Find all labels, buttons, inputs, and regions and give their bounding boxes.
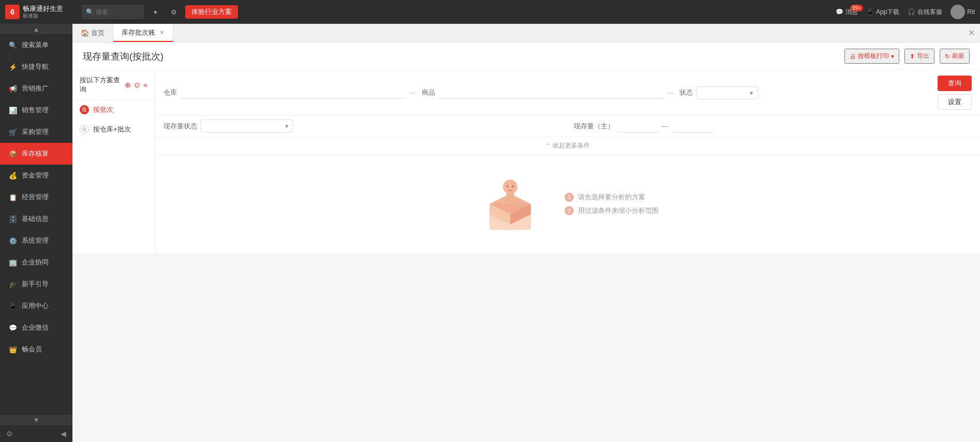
empty-state-content: 1 请先选择要分析的方案 2 用过滤条件来缩小分析范围 <box>477 175 659 232</box>
basic-icon: 🗄️ <box>8 214 18 224</box>
print-template-btn[interactable]: 🖨 按模板打印 ▾ <box>844 49 899 64</box>
sidebar-item-enterprise[interactable]: 🏢 企业协同 <box>0 252 72 273</box>
wechat-icon: 💬 <box>8 323 18 332</box>
search-input[interactable] <box>96 8 137 16</box>
page-title: 现存量查询(按批次) <box>83 50 164 63</box>
empty-step-2: 2 用过滤条件来缩小分析范围 <box>565 206 659 215</box>
tab-inventory-batch[interactable]: 库存批次账 ✕ <box>113 24 173 42</box>
scheme-by-warehouse-batch-label: 按仓库+批次 <box>93 125 131 134</box>
svg-rect-5 <box>506 193 514 202</box>
header-gear-btn[interactable]: ⚙ <box>167 5 181 19</box>
app-download-btn[interactable]: 📱 App下载 <box>866 8 899 17</box>
sidebar-label-member: 畅会员 <box>22 345 42 354</box>
svg-point-4 <box>503 180 517 194</box>
sidebar-item-operations[interactable]: 📋 经营管理 <box>0 186 72 208</box>
scheme-header: 按以下方案查询 ⊕ ⊙ « <box>72 70 155 100</box>
export-label: 导出 <box>917 52 929 61</box>
search-icon: 🔍 <box>86 8 94 16</box>
page-content: 现存量查询(按批次) 🖨 按模板打印 ▾ ⬆ 导出 ↻ 刷新 <box>72 42 980 442</box>
product-dots[interactable]: ··· <box>667 89 674 97</box>
sidebar-item-purchase[interactable]: 🛒 采购管理 <box>0 121 72 143</box>
sidebar-label-wechat: 企业微信 <box>22 323 49 332</box>
scheme-inactive-icon: 仓 <box>80 125 89 134</box>
inventory-status-label: 现存量状态 <box>164 122 197 131</box>
sidebar-item-finance[interactable]: 💰 资金管理 <box>0 165 72 186</box>
sidebar-item-inventory[interactable]: 📦 库存核算 <box>0 143 72 165</box>
tab-bar: 🏠 首页 库存批次账 ✕ ✕ <box>72 24 980 42</box>
scheme-collapse-btn[interactable]: « <box>143 81 147 89</box>
sales-icon: 📊 <box>8 106 18 115</box>
phone-icon: 📱 <box>866 8 874 16</box>
sidebar-item-newbie[interactable]: 🎓 新手引导 <box>0 273 72 295</box>
sidebar-item-system[interactable]: ⚙️ 系统管理 <box>0 230 72 252</box>
inventory-qty-field: 现存量（主） — <box>574 120 972 132</box>
messages-btn[interactable]: 💬 消息 99+ <box>836 8 858 17</box>
sidebar-label-inventory: 库存核算 <box>22 149 49 158</box>
sidebar-item-wechat[interactable]: 💬 企业微信 <box>0 317 72 338</box>
sidebar-item-marketing[interactable]: 📢 营销推广 <box>0 78 72 99</box>
inventory-qty-label: 现存量（主） <box>574 122 614 131</box>
finance-icon: 💰 <box>8 171 18 180</box>
scheme-setting-btn[interactable]: ⊙ <box>134 81 140 89</box>
product-input[interactable] <box>438 86 664 99</box>
scheme-item-by-warehouse-batch[interactable]: 仓 按仓库+批次 <box>72 120 155 139</box>
experience-btn[interactable]: 体验行业方案 <box>185 5 238 19</box>
scheme-by-batch-label: 按批次 <box>93 105 113 114</box>
query-btn[interactable]: 查询 <box>938 76 972 91</box>
sidebar-item-basic[interactable]: 🗄️ 基础信息 <box>0 208 72 230</box>
tab-close-btn[interactable]: ✕ <box>159 30 165 36</box>
svg-point-7 <box>512 185 514 187</box>
sidebar-scroll-down[interactable]: ▼ <box>0 415 72 425</box>
export-btn[interactable]: ⬆ 导出 <box>904 49 934 64</box>
content-area: 🏠 首页 库存批次账 ✕ ✕ 现存量查询(按批次) 🖨 按模板打印 ▾ <box>72 24 980 442</box>
tab-home[interactable]: 🏠 首页 <box>72 24 113 42</box>
inventory-qty-max[interactable] <box>672 120 713 132</box>
product-label: 商品 <box>422 88 435 97</box>
scheme-item-by-batch[interactable]: 批 按批次 <box>72 100 155 120</box>
warehouse-dots[interactable]: ··· <box>409 89 415 97</box>
sidebar-item-member[interactable]: 👑 畅会员 <box>0 338 72 360</box>
empty-illustration <box>477 175 544 232</box>
sidebar: ▲ 🔍 搜索菜单 ⚡ 快捷导航 📢 营销推广 📊 销售管理 🛒 采购管理 <box>0 24 72 442</box>
customer-service-btn[interactable]: 🎧 在线客服 <box>908 8 942 17</box>
status-select[interactable]: ▾ <box>696 86 758 99</box>
shortcut-icon: ⚡ <box>8 62 18 71</box>
header-dropdown-btn[interactable]: ▾ <box>148 5 162 19</box>
inventory-qty-min[interactable] <box>617 120 659 132</box>
refresh-btn[interactable]: ↻ 刷新 <box>940 49 970 64</box>
home-icon: 🏠 <box>81 29 89 37</box>
sidebar-collapse-icon[interactable]: ◀ <box>61 430 66 438</box>
refresh-label: 刷新 <box>952 52 964 61</box>
tab-panel-close-btn[interactable]: ✕ <box>968 28 980 38</box>
warehouse-label: 仓库 <box>164 88 177 97</box>
sidebar-label-enterprise: 企业协同 <box>22 258 49 267</box>
header-search-box[interactable]: 🔍 <box>82 5 144 19</box>
settings-btn[interactable]: 设置 <box>938 94 972 110</box>
sidebar-scroll-up[interactable]: ▲ <box>0 24 72 34</box>
print-dropdown-arrow[interactable]: ▾ <box>891 53 894 60</box>
top-header: 6 畅康通好生意 标准版 🔍 ▾ ⚙ 体验行业方案 💬 消息 99+ 📱 App… <box>0 0 980 24</box>
logo-icon: 6 <box>5 5 20 19</box>
apps-icon: 📱 <box>8 301 18 311</box>
sidebar-items: 🔍 搜索菜单 ⚡ 快捷导航 📢 营销推广 📊 销售管理 🛒 采购管理 📦 <box>0 34 72 415</box>
message-icon: 💬 <box>836 8 843 16</box>
sidebar-settings-icon[interactable]: ⚙ <box>6 430 13 438</box>
export-icon: ⬆ <box>910 53 915 60</box>
page-actions: 🖨 按模板打印 ▾ ⬆ 导出 ↻ 刷新 <box>844 49 970 64</box>
sidebar-item-apps[interactable]: 📱 应用中心 <box>0 295 72 317</box>
empty-svg <box>477 175 544 232</box>
user-avatar-area[interactable]: Rit <box>951 5 975 19</box>
sidebar-item-shortcut[interactable]: ⚡ 快捷导航 <box>0 56 72 78</box>
sidebar-item-sales[interactable]: 📊 销售管理 <box>0 99 72 121</box>
collapse-bar[interactable]: ⌃ 收起更多条件 <box>155 137 980 155</box>
warehouse-input[interactable] <box>180 86 406 99</box>
status-field: 状态 ▾ <box>679 86 931 99</box>
inventory-status-select[interactable]: ▾ <box>200 120 293 132</box>
print-template-label: 按模板打印 <box>858 52 889 61</box>
marketing-icon: 📢 <box>8 84 18 93</box>
app-download-label: App下载 <box>876 8 899 17</box>
sidebar-label-system: 系统管理 <box>22 236 49 245</box>
step-1-text: 请先选择要分析的方案 <box>578 193 645 202</box>
sidebar-item-search-menu[interactable]: 🔍 搜索菜单 <box>0 34 72 56</box>
scheme-add-btn[interactable]: ⊕ <box>125 81 131 89</box>
